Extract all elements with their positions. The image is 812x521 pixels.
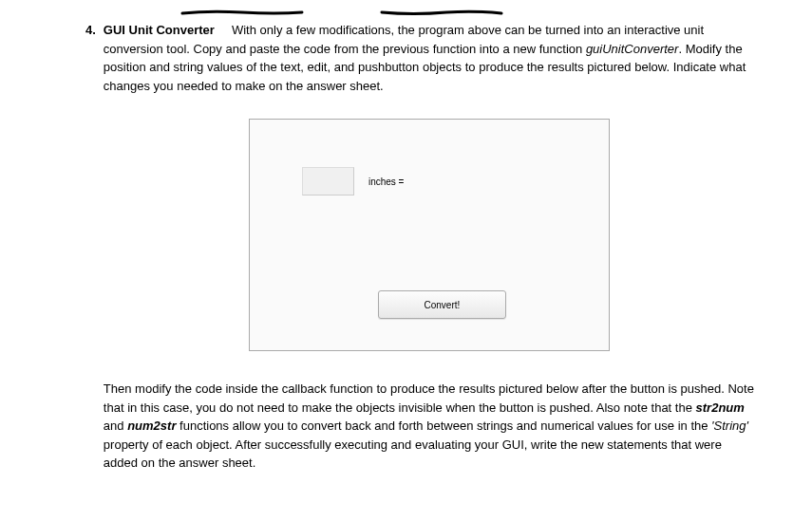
p2-text-2: and (104, 419, 127, 433)
convert-button[interactable]: Convert! (378, 290, 506, 319)
inches-input[interactable] (302, 167, 354, 195)
gui-window: inches = Convert! (249, 119, 610, 351)
question-block: 4. GUI Unit Converter With only a few mo… (85, 21, 755, 476)
question-number: 4. (85, 21, 96, 40)
question-content: GUI Unit Converter With only a few modif… (104, 21, 755, 476)
scribble-marks (180, 9, 755, 17)
func-str2num: str2num (696, 400, 745, 415)
p2-text-4: property of each object. After successfu… (104, 437, 722, 471)
inches-label: inches = (368, 175, 405, 189)
scribble-mark-1 (180, 9, 304, 17)
func-num2str: num2str (127, 419, 176, 433)
p2-text-3: functions allow you to convert back and … (176, 419, 711, 433)
intro-paragraph: GUI Unit Converter With only a few modif… (104, 21, 755, 95)
string-property: 'String' (711, 419, 748, 433)
p2-text-1: Then modify the code inside the callback… (104, 381, 754, 415)
scribble-mark-2 (380, 9, 503, 17)
convert-button-label: Convert! (425, 298, 461, 312)
question-title: GUI Unit Converter (104, 23, 215, 37)
function-name: guiUnitConverter (586, 42, 679, 56)
second-paragraph: Then modify the code inside the callback… (104, 380, 755, 473)
